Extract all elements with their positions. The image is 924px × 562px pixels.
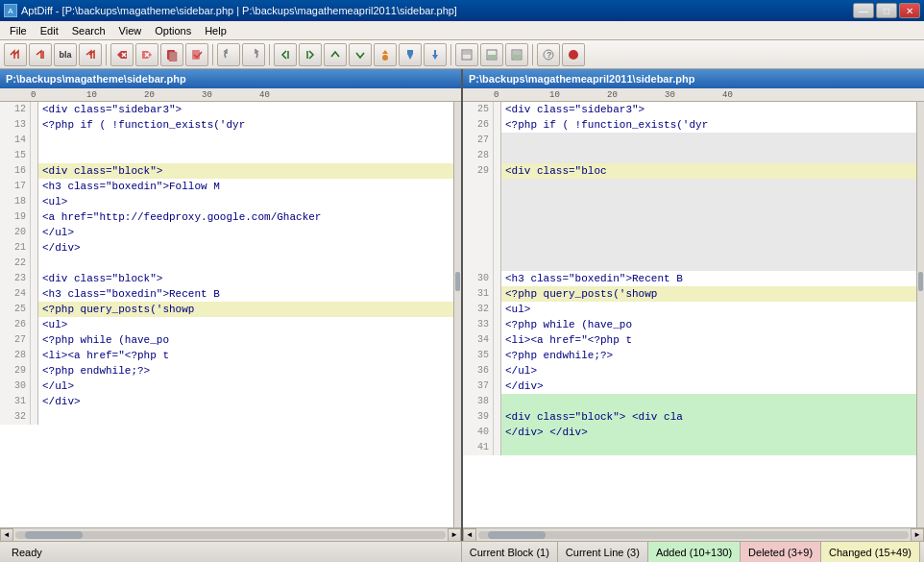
line-content — [501, 148, 916, 163]
left-hscroll-thumb[interactable] — [25, 531, 83, 539]
window-controls: — □ ✕ — [853, 3, 920, 18]
menu-edit[interactable]: Edit — [35, 23, 64, 38]
right-hscroll-right[interactable]: ► — [911, 528, 924, 542]
line-mark — [31, 332, 38, 348]
toolbar: bla — [0, 40, 924, 69]
line-mark — [31, 256, 38, 271]
menu-options[interactable]: Options — [149, 23, 197, 38]
line-mark — [494, 286, 501, 302]
bla-button[interactable]: bla — [54, 43, 77, 66]
menu-search[interactable]: Search — [66, 23, 111, 38]
line-number: 35 — [463, 348, 494, 363]
delete-right-button[interactable] — [135, 43, 158, 66]
right-file-path: P:\backups\magathemeapril2011\sidebar.ph… — [469, 73, 694, 85]
toolbar-sep-2 — [212, 44, 213, 65]
title-bar: A AptDiff - [P:\backups\magatheme\sideba… — [0, 0, 924, 21]
status-current-block: Current Block (1) — [462, 542, 558, 562]
line-mark — [494, 394, 501, 409]
move-left-button[interactable] — [274, 43, 297, 66]
maximize-button[interactable]: □ — [876, 3, 897, 18]
copy-right-button[interactable] — [480, 43, 503, 66]
line-mark — [31, 348, 38, 363]
next-change-button[interactable] — [349, 43, 372, 66]
line-content: </ul> — [501, 363, 916, 379]
table-row: 23 <div class="block"> — [0, 271, 453, 286]
copy-all-button[interactable] — [160, 43, 183, 66]
left-scrollbar[interactable] — [453, 102, 461, 527]
copy-sel-button[interactable] — [185, 43, 208, 66]
prev-diff-button[interactable] — [29, 43, 52, 66]
stop-button[interactable] — [562, 43, 585, 66]
down-button[interactable] — [399, 43, 422, 66]
menu-file[interactable]: File — [4, 23, 33, 38]
line-number: 34 — [463, 332, 494, 348]
prev-change-button[interactable] — [324, 43, 347, 66]
table-row: 31 <?php query_posts('showp — [463, 286, 916, 302]
delete-left-button[interactable] — [110, 43, 134, 66]
line-mark — [494, 133, 501, 148]
undo-button[interactable] — [217, 43, 240, 66]
right-scroll-thumb[interactable] — [918, 272, 923, 291]
left-hscroll-left[interactable]: ◄ — [0, 528, 13, 542]
table-row: 38 — [463, 394, 916, 409]
line-number: 27 — [463, 133, 494, 148]
table-row: 24 <h3 class="boxedin">Recent B — [0, 286, 453, 302]
close-button[interactable]: ✕ — [899, 3, 920, 18]
line-number: 30 — [0, 379, 31, 394]
line-mark — [494, 302, 501, 317]
first-diff-button[interactable] — [4, 43, 27, 66]
line-content: <div class="sidebar3"> — [38, 102, 453, 117]
line-content — [38, 148, 453, 163]
table-row: 22 — [0, 256, 453, 271]
left-hscroll[interactable]: ◄ ► — [0, 527, 461, 541]
menu-view[interactable]: View — [113, 23, 148, 38]
table-row: 18 <ul> — [0, 194, 453, 209]
line-mark — [31, 163, 38, 179]
status-ready-text: Ready — [12, 547, 42, 558]
table-row: 27 <?php while (have_po — [0, 332, 453, 348]
move-right-button[interactable] — [299, 43, 322, 66]
line-number: 15 — [0, 148, 31, 163]
right-code-area[interactable]: 25 <div class="sidebar3">26 <?php if ( !… — [463, 102, 916, 527]
right-scrollbar[interactable] — [916, 102, 924, 527]
right-hscroll[interactable]: ◄ ► — [463, 527, 924, 541]
settings-button[interactable] — [79, 43, 102, 66]
line-number — [463, 225, 494, 240]
line-mark — [494, 225, 501, 240]
status-added-text: Added (10+130) — [656, 547, 732, 558]
line-content: <div class="block"> <div cla — [501, 409, 916, 425]
jump-button[interactable] — [374, 43, 397, 66]
toolbar-sep-3 — [269, 44, 270, 65]
left-hscroll-track[interactable] — [15, 531, 446, 539]
left-hscroll-right[interactable]: ► — [448, 528, 461, 542]
table-row — [463, 179, 916, 194]
dl-button[interactable] — [424, 43, 447, 66]
line-number: 19 — [0, 209, 31, 225]
menu-help[interactable]: Help — [199, 23, 232, 38]
left-code-area[interactable]: 12 <div class="sidebar3">13 <?php if ( !… — [0, 102, 453, 527]
line-mark — [31, 194, 38, 209]
line-mark — [494, 271, 501, 286]
line-content — [38, 409, 453, 425]
minimize-button[interactable]: — — [853, 3, 874, 18]
svg-point-27 — [569, 50, 578, 60]
status-current-line: Current Line (3) — [558, 542, 648, 562]
line-content — [501, 133, 916, 148]
table-row: 28 <li><a href="<?php t — [0, 348, 453, 363]
redo-button[interactable] — [242, 43, 265, 66]
line-mark — [31, 394, 38, 409]
left-scroll-thumb[interactable] — [455, 272, 460, 291]
table-row: 25 <div class="sidebar3"> — [463, 102, 916, 117]
copy-left-button[interactable] — [455, 43, 478, 66]
line-content: </div> — [38, 394, 453, 409]
help-button[interactable]: ? — [537, 43, 560, 66]
right-hscroll-left[interactable]: ◄ — [463, 528, 476, 542]
right-hscroll-thumb[interactable] — [488, 531, 546, 539]
table-row: 32 <ul> — [463, 302, 916, 317]
line-content — [501, 240, 916, 256]
table-row: 26 <?php if ( !function_exists('dyr — [463, 117, 916, 133]
copy-both-button[interactable] — [505, 43, 528, 66]
table-row: 31 </div> — [0, 394, 453, 409]
right-hscroll-track[interactable] — [478, 531, 909, 539]
line-mark — [31, 363, 38, 379]
